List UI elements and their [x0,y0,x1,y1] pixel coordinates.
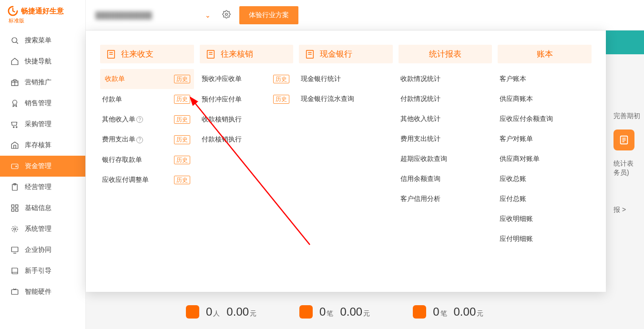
svg-point-3 [13,127,14,128]
stat-icon [186,305,199,319]
mega-item[interactable]: 现金银行流水查询 [299,89,393,109]
mega-item[interactable]: 收款情况统计 [399,69,492,89]
wallet-icon [10,162,19,170]
sidebar-item-hw[interactable]: 智能硬件 [0,281,85,302]
mega-item[interactable]: 现金银行统计 [299,69,393,89]
mega-item[interactable]: 付款情况统计 [399,89,492,109]
mega-item[interactable]: 应付总账 [498,189,592,209]
tv-icon [10,288,19,296]
target-icon [10,225,19,233]
sidebar: 畅捷通好生意 标准版 搜索菜单快捷导航营销推广销售管理采购管理库存核算资金管理经… [0,0,86,329]
gift-icon [10,78,19,87]
mega-item[interactable]: 客户账本 [498,69,592,89]
mega-item[interactable]: 超期应收款查询 [399,149,492,169]
stat-row: 0人0.00元0笔0.00元0笔0.00元 [186,305,625,319]
mega-item[interactable]: 其他收入单?历史 [100,110,194,130]
history-badge[interactable]: 历史 [174,95,190,103]
gear-icon[interactable] [220,8,233,22]
org-dropdown-chevron-icon[interactable]: ⌄ [202,11,214,19]
mega-item[interactable]: 供应商账本 [498,89,592,109]
sidebar-item-quicknav[interactable]: 快捷导航 [0,51,85,72]
svg-point-4 [16,127,17,128]
history-badge[interactable]: 历史 [174,156,190,164]
mega-item-label: 应付总账 [500,195,526,203]
topbar: ████████████ ⌄ 体验行业方案 [86,0,644,30]
sidebar-item-label: 搜索菜单 [25,36,51,45]
sidebar-nav: 搜索菜单快捷导航营销推广销售管理采购管理库存核算资金管理经营管理基础信息系统管理… [0,28,85,329]
mega-item-label: 客户信用分析 [400,195,440,203]
mega-item[interactable]: 费用支出单?历史 [100,130,194,150]
mega-item-label: 供应商对账单 [500,155,540,163]
history-badge[interactable]: 历史 [174,75,190,83]
stat-card-0: 0人0.00元 [186,305,256,319]
svg-rect-9 [11,205,14,207]
mega-item[interactable]: 银行存取款单历史 [100,150,194,170]
help-icon[interactable]: ? [136,137,143,143]
rail-icon-button[interactable] [613,130,634,150]
mega-item[interactable]: 应收总账 [498,169,592,189]
mega-col-3: 统计报表收款情况统计付款情况统计其他收入统计费用支出统计超期应收款查询信用余额查… [399,45,492,282]
mega-item[interactable]: 应收应付余额查询 [498,109,592,129]
mega-item-label: 付款核销执行 [202,135,242,144]
clipboard-icon [10,183,19,191]
sidebar-item-label: 新手引导 [25,267,51,275]
stat-count: 0笔 [319,305,333,319]
mega-item[interactable]: 预付冲应付单历史 [200,89,294,109]
mega-item[interactable]: 信用余额查询 [399,169,492,189]
logo-area: 畅捷通好生意 标准版 [0,0,85,28]
mega-item[interactable]: 客户对账单 [498,129,592,149]
mega-item-label: 付款情况统计 [400,95,440,103]
svg-point-2 [13,100,17,104]
rail-text-3[interactable]: 报 > [613,205,626,215]
help-icon[interactable]: ? [136,116,143,123]
mega-item[interactable]: 应收应付调整单历史 [100,170,194,190]
mega-item[interactable]: 客户信用分析 [399,189,492,209]
mega-item[interactable]: 费用支出统计 [399,129,492,149]
sidebar-item-coop[interactable]: 企业协同 [0,239,85,260]
mega-item-label: 费用支出单? [102,135,143,144]
mega-item[interactable]: 预收冲应收单历史 [200,69,294,89]
mega-item-label: 应收明细账 [500,215,533,223]
history-badge[interactable]: 历史 [174,135,190,144]
mega-col-0: 往来收支收款单历史付款单历史其他收入单?历史费用支出单?历史银行存取款单历史应收… [100,45,194,282]
sidebar-item-system[interactable]: 系统管理 [0,219,85,239]
sidebar-item-purchase[interactable]: 采购管理 [0,114,85,135]
mega-item-label: 应收应付调整单 [102,176,149,184]
sidebar-item-guide[interactable]: 新手引导 [0,260,85,281]
sidebar-item-inventory[interactable]: 库存核算 [0,135,85,156]
mega-item-label: 费用支出统计 [400,135,440,143]
mega-item[interactable]: 收款单历史 [100,69,194,89]
sidebar-item-search[interactable]: 搜索菜单 [0,30,85,51]
svg-point-0 [12,38,17,43]
sidebar-item-operation[interactable]: 经营管理 [0,177,85,198]
mega-col-header: 往来核销 [200,45,294,63]
stat-icon [299,305,313,319]
sidebar-item-marketing[interactable]: 营销推广 [0,72,85,93]
sidebar-item-label: 营销推广 [25,78,51,87]
mega-item[interactable]: 付款核销执行 [200,130,294,150]
mega-item[interactable]: 收款核销执行 [200,110,294,130]
sidebar-item-funds[interactable]: 资金管理 [0,156,85,177]
stat-card-2: 0笔0.00元 [413,305,483,319]
mega-item-label: 收款单 [105,75,125,83]
brand-logo-icon [8,6,18,16]
funds-mega-menu: 往来收支收款单历史付款单历史其他收入单?历史费用支出单?历史银行存取款单历史应收… [86,30,606,292]
sidebar-item-label: 销售管理 [25,99,51,108]
history-badge[interactable]: 历史 [273,75,289,83]
home-icon [10,57,19,66]
mega-item-label: 预收冲应收单 [202,75,242,83]
book-icon [10,267,19,275]
mega-item[interactable]: 付款单历史 [100,89,194,109]
mega-item[interactable]: 应收明细账 [498,209,592,229]
mega-item[interactable]: 应付明细账 [498,229,592,249]
history-badge[interactable]: 历史 [174,115,190,124]
sidebar-item-baseinfo[interactable]: 基础信息 [0,198,85,219]
mega-item-label: 现金银行统计 [301,75,341,83]
history-badge[interactable]: 历史 [174,176,190,184]
mega-item[interactable]: 其他收入统计 [399,109,492,129]
history-badge[interactable]: 历史 [273,95,289,103]
mega-item-label: 客户对账单 [500,135,533,143]
experience-plan-button[interactable]: 体验行业方案 [239,6,298,24]
mega-item[interactable]: 供应商对账单 [498,149,592,169]
sidebar-item-sales[interactable]: 销售管理 [0,93,85,114]
